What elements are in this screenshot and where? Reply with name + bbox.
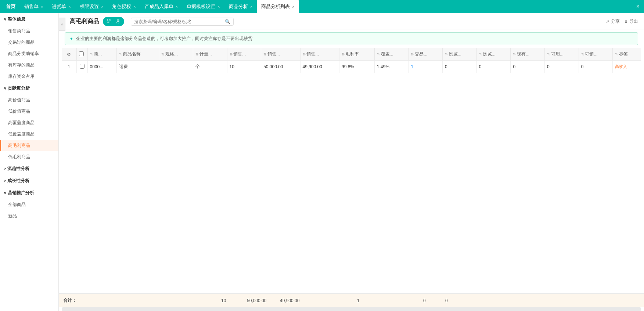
th-available_stock[interactable]: 可用...: [545, 48, 579, 61]
close-all-button[interactable]: ×: [633, 3, 643, 10]
nav-tab-0[interactable]: 首页: [1, 0, 20, 13]
th-sales_amount[interactable]: 销售...: [261, 48, 300, 61]
footer-columns: 10 50,000.00 49,900.00 1 0 0: [79, 298, 640, 303]
col-sort-spec: [161, 51, 165, 57]
td-name: 运费: [117, 61, 159, 73]
td-sales_qty: 10: [227, 61, 261, 73]
th-unit[interactable]: 计量...: [193, 48, 227, 61]
th-views1[interactable]: 浏览...: [443, 48, 477, 61]
td-tag: 高收入: [613, 61, 641, 73]
th-transactions[interactable]: 交易...: [409, 48, 443, 61]
sidebar-group-4[interactable]: ∨营销推广分析: [0, 187, 58, 199]
nav-tab-8[interactable]: 商品分析列表×: [257, 0, 299, 13]
footer-total-label: 合计：: [63, 297, 76, 304]
th-sellable[interactable]: 可销...: [579, 48, 613, 61]
search-input[interactable]: [134, 19, 223, 24]
th-sales_cost[interactable]: 销售...: [300, 48, 339, 61]
nav-tab-close-7[interactable]: ×: [250, 4, 252, 9]
td-index: 1: [62, 61, 76, 73]
nav-tab-close-3[interactable]: ×: [101, 4, 103, 9]
content-header: 高毛利商品 近一月 🔍 ↗ 分享 ⬇ 导出: [59, 13, 644, 29]
nav-tab-4[interactable]: 角色授权×: [108, 0, 140, 13]
td-spec: [159, 61, 193, 73]
col-sort-available_stock: [547, 51, 551, 57]
sidebar-item-4-0[interactable]: 全部商品: [0, 199, 58, 210]
sidebar-item-4-1[interactable]: 新品: [0, 210, 58, 222]
data-table: ⚙商...商品名称规格...计量...销售...销售...销售...毛利率覆盖.…: [62, 48, 641, 73]
th-sales_qty[interactable]: 销售...: [227, 48, 261, 61]
horizontal-scrollbar[interactable]: [62, 307, 641, 311]
td-code: 0000...: [87, 61, 117, 73]
share-icon: ↗: [606, 19, 609, 24]
nav-tab-5[interactable]: 产成品入库单×: [140, 0, 182, 13]
col-sort-sales_amount: [263, 51, 267, 57]
sidebar-group-1[interactable]: ∨贡献度分析: [0, 82, 58, 94]
select-all-checkbox[interactable]: [79, 51, 84, 56]
td-transactions: 1: [409, 61, 443, 73]
td-sales_amount: 50,000.00: [261, 61, 300, 73]
th-coverage[interactable]: 覆盖...: [374, 48, 409, 61]
sidebar-collapse-button[interactable]: «: [59, 18, 65, 31]
sidebar-item-0-4[interactable]: 库存资金占用: [0, 71, 58, 82]
sidebar-group-0[interactable]: ∨整体信息: [0, 13, 58, 25]
content-area: « 高毛利商品 近一月 🔍 ↗ 分享 ⬇ 导出 ✦ 企: [59, 13, 644, 311]
nav-tab-7[interactable]: 商品分析×: [224, 0, 257, 13]
search-icon[interactable]: 🔍: [225, 19, 230, 24]
col-sort-code: [90, 51, 94, 57]
sidebar-item-1-1[interactable]: 低价值商品: [0, 106, 58, 117]
main-layout: ∨整体信息销售类商品交易过的商品商品分类助销率有库存的商品库存资金占用∨贡献度分…: [0, 13, 644, 311]
nav-tab-close-2[interactable]: ×: [68, 4, 71, 9]
th-name[interactable]: 商品名称: [117, 48, 159, 61]
transaction-link[interactable]: 1: [411, 64, 413, 69]
export-button[interactable]: ⬇ 导出: [624, 18, 638, 25]
td-checkbox[interactable]: [76, 61, 87, 73]
col-sort-views1: [445, 51, 449, 57]
col-sort-unit: [195, 51, 199, 57]
th-gross_margin[interactable]: 毛利率: [339, 48, 375, 61]
td-views2: 0: [476, 61, 511, 73]
table-row: 10000...运费个1050,000.0049,900.0099.8%1.49…: [62, 61, 641, 73]
sidebar-item-0-1[interactable]: 交易过的商品: [0, 37, 58, 48]
row-checkbox-0[interactable]: [80, 64, 84, 69]
page-title: 高毛利商品: [70, 18, 99, 25]
sidebar-group-arrow-1: ∨: [4, 86, 6, 90]
nav-tab-3[interactable]: 权限设置×: [75, 0, 108, 13]
share-button[interactable]: ↗ 分享: [606, 18, 620, 25]
nav-tab-2[interactable]: 进货单×: [47, 0, 75, 13]
nav-tab-close-4[interactable]: ×: [133, 4, 136, 9]
sidebar-item-1-5[interactable]: 低毛利商品: [0, 151, 58, 163]
nav-tab-close-5[interactable]: ×: [176, 4, 178, 9]
footer-available-stock: 0: [443, 298, 465, 303]
sidebar-item-1-3[interactable]: 低覆盖度商品: [0, 129, 58, 140]
filter-recent-month-button[interactable]: 近一月: [103, 17, 124, 26]
td-available_stock: 0: [545, 61, 579, 73]
th-settings[interactable]: ⚙: [62, 48, 76, 61]
sidebar-item-1-2[interactable]: 高覆盖度商品: [0, 117, 58, 129]
nav-tab-close-6[interactable]: ×: [217, 4, 220, 9]
sidebar-group-3[interactable]: >成长性分析: [0, 175, 58, 187]
sidebar-item-0-2[interactable]: 商品分类助销率: [0, 48, 58, 59]
sidebar-item-0-3[interactable]: 有库存的商品: [0, 59, 58, 71]
th-spec[interactable]: 规格...: [159, 48, 193, 61]
th-current_stock[interactable]: 现有...: [511, 48, 545, 61]
sidebar-item-1-4[interactable]: 高毛利商品: [0, 140, 58, 151]
col-sort-coverage: [377, 51, 381, 57]
th-checkbox[interactable]: [76, 48, 87, 61]
nav-tab-close-1[interactable]: ×: [41, 4, 43, 9]
nav-tab-1[interactable]: 销售单×: [20, 0, 47, 13]
col-sort-current_stock: [513, 51, 517, 57]
col-sort-sales_cost: [303, 51, 307, 57]
sidebar-item-0-0[interactable]: 销售类商品: [0, 25, 58, 37]
footer-sales-amount: 50,000.00: [245, 298, 278, 303]
sidebar-group-2[interactable]: >流趋性分析: [0, 163, 58, 175]
footer-sales-cost: 49,900.00: [278, 298, 311, 303]
sidebar-group-arrow-0: ∨: [4, 17, 6, 21]
td-views1: 0: [443, 61, 477, 73]
header-actions: ↗ 分享 ⬇ 导出: [606, 18, 638, 25]
th-tag[interactable]: 标签: [613, 48, 641, 61]
th-views2[interactable]: 浏览...: [476, 48, 511, 61]
nav-tab-close-8[interactable]: ×: [292, 4, 294, 9]
sidebar-item-1-0[interactable]: 高价值商品: [0, 94, 58, 106]
th-code[interactable]: 商...: [87, 48, 117, 61]
nav-tab-6[interactable]: 单据模板设置×: [182, 0, 224, 13]
